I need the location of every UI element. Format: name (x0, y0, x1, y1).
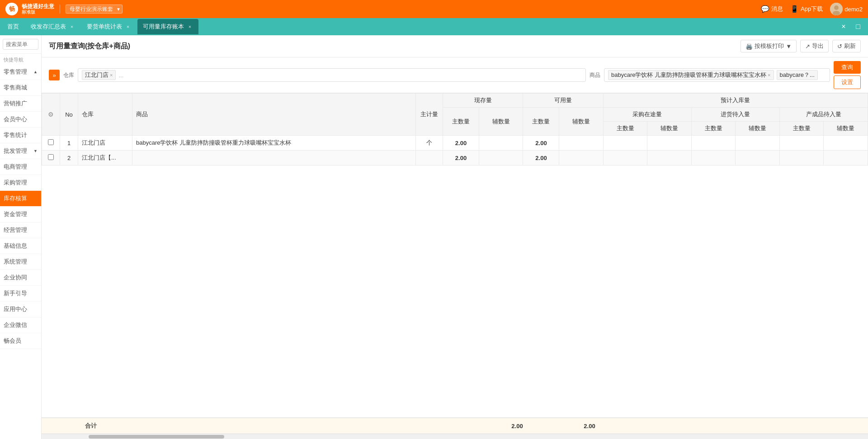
product-filter-area[interactable]: babycare学饮杯 儿童防摔防撞吸管杯重力球吸嘴杯宝宝水杯 × babyca… (604, 68, 830, 82)
warehouse-tag-close[interactable]: × (110, 72, 113, 78)
chevron-down-icon: ▼ (786, 43, 792, 50)
row-production-main (779, 151, 824, 165)
export-icon: ↗ (805, 43, 810, 50)
sidebar-item-ecommerce[interactable]: 电商管理 (0, 159, 41, 175)
tab-orders-close[interactable]: × (125, 24, 131, 30)
sidebar-item-retail-mall[interactable]: 零售商城 (0, 80, 41, 96)
row-unit: 个 (415, 136, 443, 151)
sidebar-item-inventory-check[interactable]: 库存核算 (0, 191, 41, 207)
tab-orders[interactable]: 要货单统计表 × (81, 19, 137, 34)
data-table: ⚙ No 仓库 商品 主计量 现存量 可用量 预计入库量 主数量 辅数量 主数量 (42, 93, 868, 165)
col-purchase-aux-header: 辅数量 (647, 122, 692, 136)
col-available-main-header: 主数量 (523, 108, 559, 136)
query-btn[interactable]: 查询 (834, 61, 861, 74)
sidebar-item-app-center[interactable]: 应用中心 (0, 302, 41, 317)
row-production-aux (824, 151, 868, 165)
row-purchase-main (603, 151, 647, 165)
tab-inventory[interactable]: 可用量库存账本 × (137, 19, 198, 34)
scroll-thumb[interactable] (89, 435, 224, 439)
col-incoming-main-header: 主数量 (691, 122, 736, 136)
row-incoming-aux (736, 136, 780, 151)
brand-area: 畅 畅捷通好生意 标准版 母婴行业演示账套 ▼ (5, 3, 123, 15)
sidebar-nav-label: 快捷导航 (0, 54, 41, 64)
horizontal-scrollbar[interactable] (42, 434, 868, 439)
row-current-aux (479, 151, 523, 165)
refresh-btn[interactable]: ↺ 刷新 (832, 40, 861, 52)
tab-receipts[interactable]: 收发存汇总表 × (25, 19, 80, 34)
user-area[interactable]: demo2 (830, 3, 863, 15)
row-no: 1 (60, 136, 78, 151)
top-bar: 畅 畅捷通好生意 标准版 母婴行业演示账套 ▼ 💬 消息 📱 App下载 dem… (0, 0, 868, 18)
window-close-btn[interactable]: × (837, 20, 850, 33)
sidebar-search-area (0, 35, 41, 54)
col-production-aux-header: 辅数量 (824, 122, 868, 136)
row-current-main: 2.00 (443, 136, 479, 151)
tab-orders-label: 要货单统计表 (87, 23, 122, 31)
sidebar-item-retail-stats[interactable]: 零售统计 (0, 127, 41, 143)
sidebar-item-basics[interactable]: 基础信息 (0, 238, 41, 254)
sidebar-item-operations[interactable]: 经营管理 (0, 222, 41, 238)
mobile-icon: 📱 (790, 5, 799, 13)
row-checkbox[interactable] (42, 151, 60, 165)
row-incoming-aux (736, 151, 780, 165)
col-purchase-transit-header: 采购在途量 (603, 108, 691, 122)
footer-available-main-total: 2.00 (571, 423, 608, 430)
filter-settings-btn[interactable]: 设置 (834, 76, 861, 89)
brand-sub: 标准版 (22, 9, 54, 15)
col-incoming-header: 进货待入量 (691, 108, 779, 122)
export-btn[interactable]: ↗ 导出 (800, 40, 829, 52)
row-current-aux (479, 136, 523, 151)
row-warehouse: 江北门店【... (78, 151, 132, 165)
svg-point-1 (834, 5, 839, 10)
gear-icon[interactable]: ⚙ (48, 111, 54, 118)
tab-inventory-close[interactable]: × (187, 24, 193, 30)
sidebar: 快捷导航 零售管理 零售商城 营销推广 会员中心 零售统计 批发管理 电商管理 … (0, 35, 42, 439)
page-header-actions: 🖨️ 按模板打印 ▼ ↗ 导出 ↺ 刷新 (741, 40, 861, 52)
store-selector[interactable]: 母婴行业演示账套 (66, 5, 123, 14)
sidebar-search-input[interactable] (3, 39, 38, 50)
sidebar-item-vip[interactable]: 畅会员 (0, 333, 41, 349)
filter-expand-btn[interactable]: » (49, 70, 60, 80)
sidebar-item-marketing[interactable]: 营销推广 (0, 96, 41, 112)
tab-home[interactable]: 首页 (2, 19, 24, 34)
filter-action-buttons: 查询 设置 (834, 61, 861, 89)
app-download-btn[interactable]: 📱 App下载 (790, 5, 823, 13)
window-maximize-btn[interactable]: □ (852, 20, 864, 33)
sidebar-item-enterprise[interactable]: 企业协同 (0, 270, 41, 286)
messages-btn[interactable]: 💬 消息 (761, 5, 783, 13)
row-purchase-main (603, 136, 647, 151)
sidebar-item-system[interactable]: 系统管理 (0, 254, 41, 270)
row-available-main: 2.00 (523, 136, 559, 151)
warehouse-filter-area[interactable]: 江北门店 × ... (78, 68, 586, 82)
col-available-aux-header: 辅数量 (559, 108, 604, 136)
sidebar-item-finance[interactable]: 资金管理 (0, 207, 41, 222)
col-current-aux-header: 辅数量 (479, 108, 523, 136)
sidebar-item-wholesale[interactable]: 批发管理 (0, 143, 41, 159)
row-product: babycare学饮杯 儿童防摔防撞吸管杯重力球吸嘴杯宝宝水杯 (132, 136, 416, 151)
sidebar-item-retail-mgmt[interactable]: 零售管理 (0, 64, 41, 80)
svg-point-2 (833, 11, 840, 15)
username-label: demo2 (844, 6, 863, 13)
refresh-icon: ↺ (837, 43, 842, 50)
sidebar-item-purchase[interactable]: 采购管理 (0, 175, 41, 191)
table-footer: 合计 2.00 2.00 (42, 417, 868, 434)
col-current-main-header: 主数量 (443, 108, 479, 136)
sidebar-item-members[interactable]: 会员中心 (0, 112, 41, 127)
row-production-main (779, 136, 824, 151)
footer-total-label: 合计 (85, 422, 175, 430)
product-tag-2: babycare？... (777, 70, 818, 80)
tab-receipts-close[interactable]: × (69, 24, 75, 30)
table-wrapper: ⚙ No 仓库 商品 主计量 现存量 可用量 预计入库量 主数量 辅数量 主数量 (42, 93, 868, 417)
main-layout: 快捷导航 零售管理 零售商城 营销推广 会员中心 零售统计 批发管理 电商管理 … (0, 35, 868, 439)
template-print-btn[interactable]: 🖨️ 按模板打印 ▼ (741, 40, 797, 52)
col-production-header: 产成品待入量 (779, 108, 868, 122)
row-checkbox[interactable] (42, 136, 60, 151)
filter-bar: » 仓库 江北门店 × ... 商品 babycare学饮杯 儿童防摔防撞吸管杯… (42, 57, 868, 93)
sidebar-item-wechat[interactable]: 企业微信 (0, 317, 41, 333)
col-no-header: No (60, 94, 78, 136)
row-product (132, 151, 416, 165)
product-tag-1-close[interactable]: × (768, 72, 770, 78)
product-label: 商品 (590, 71, 600, 79)
sidebar-item-guide[interactable]: 新手引导 (0, 286, 41, 302)
logo-icon: 畅 (5, 3, 18, 15)
